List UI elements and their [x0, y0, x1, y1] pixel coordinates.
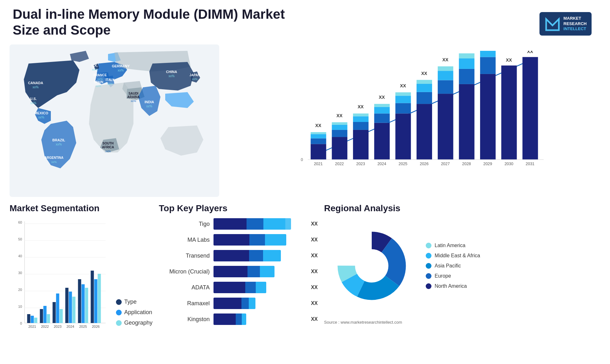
svg-text:2023: 2023 — [356, 162, 365, 166]
app-label: Application — [124, 309, 152, 316]
key-players-title: Top Key Players — [159, 203, 318, 213]
svg-rect-70 — [438, 66, 453, 71]
player-name-adata: ADATA — [159, 284, 210, 291]
svg-text:XX: XX — [400, 83, 406, 88]
svg-text:MEXICO: MEXICO — [34, 111, 48, 115]
legend-europe: Europe — [426, 273, 480, 279]
svg-text:60: 60 — [18, 220, 22, 224]
svg-text:2026: 2026 — [92, 325, 99, 328]
player-row-micron: Micron (Crucial) XX — [159, 266, 318, 277]
svg-rect-121 — [65, 288, 68, 323]
svg-text:xx%: xx% — [118, 69, 124, 72]
seg-legend: Type Application Geography — [116, 299, 152, 339]
svg-text:50: 50 — [18, 237, 22, 241]
player-bar-tigo — [214, 218, 305, 230]
svg-rect-42 — [332, 137, 347, 159]
regional-analysis: Regional Analysis — [324, 203, 600, 364]
svg-text:GERMANY: GERMANY — [112, 64, 130, 68]
svg-rect-116 — [43, 306, 46, 323]
svg-rect-67 — [438, 94, 453, 159]
svg-rect-126 — [85, 288, 88, 323]
svg-text:xx%: xx% — [51, 160, 57, 164]
player-bar-micron — [214, 266, 305, 277]
svg-text:XX: XX — [421, 71, 427, 76]
svg-rect-73 — [459, 69, 474, 84]
svg-rect-44 — [332, 125, 347, 130]
svg-rect-47 — [353, 130, 369, 159]
logo: MARKET RESEARCH INTELLECT — [534, 6, 597, 41]
legend-application: Application — [116, 309, 152, 316]
legend-mea: Middle East & Africa — [426, 253, 480, 259]
mea-label: Middle East & Africa — [435, 253, 480, 259]
svg-rect-125 — [81, 284, 85, 323]
svg-text:CANADA: CANADA — [28, 81, 43, 85]
svg-point-141 — [355, 249, 388, 282]
europe-label: Europe — [435, 273, 451, 279]
svg-rect-62 — [417, 104, 432, 159]
player-xx-transend: XX — [311, 253, 318, 259]
svg-text:BRAZIL: BRAZIL — [52, 138, 65, 142]
svg-text:xx%: xx% — [96, 84, 101, 88]
svg-rect-54 — [374, 107, 390, 113]
market-segmentation: Market Segmentation 0 10 20 30 40 — [10, 203, 152, 364]
header: Dual in-line Memory Module (DIMM) Market… — [0, 0, 610, 44]
player-xx-tigo: XX — [311, 221, 318, 227]
svg-text:2029: 2029 — [483, 162, 492, 166]
map-svg: CANADA xx% U.S. xx% MEXICO xx% BRAZIL xx… — [10, 44, 219, 197]
svg-text:2023: 2023 — [54, 325, 61, 328]
svg-text:xx%: xx% — [30, 101, 37, 105]
svg-text:XX: XX — [442, 57, 448, 62]
svg-text:2022: 2022 — [335, 162, 344, 166]
svg-text:ARGENTINA: ARGENTINA — [44, 156, 63, 159]
legend-geography: Geography — [116, 320, 152, 326]
svg-rect-53 — [374, 113, 390, 123]
svg-text:2025: 2025 — [79, 325, 87, 328]
svg-text:2027: 2027 — [441, 162, 450, 166]
north-america-label: North America — [435, 283, 467, 289]
svg-text:xx%: xx% — [146, 104, 152, 108]
svg-text:0: 0 — [301, 158, 303, 162]
player-xx-micron: XX — [311, 269, 318, 274]
europe-dot — [426, 273, 431, 279]
svg-rect-63 — [417, 92, 432, 104]
player-bar-malabs — [214, 234, 305, 246]
svg-rect-58 — [395, 103, 411, 113]
svg-rect-52 — [374, 123, 390, 160]
bottom-section: Market Segmentation 0 10 20 30 40 — [10, 200, 600, 364]
svg-rect-117 — [47, 314, 50, 323]
svg-rect-43 — [332, 130, 347, 137]
svg-text:2030: 2030 — [505, 162, 513, 166]
svg-rect-50 — [353, 113, 369, 116]
svg-text:XX: XX — [464, 51, 470, 52]
svg-text:SAUDI: SAUDI — [128, 92, 138, 95]
latin-america-label: Latin America — [435, 243, 465, 248]
page-title: Dual in-line Memory Module (DIMM) Market… — [13, 6, 299, 38]
svg-rect-124 — [78, 279, 81, 323]
svg-text:2024: 2024 — [377, 162, 386, 166]
svg-text:xx%: xx% — [107, 82, 112, 85]
svg-rect-122 — [69, 292, 72, 323]
svg-text:2021: 2021 — [28, 325, 36, 328]
source: Source : www.marketresearchintellect.com — [324, 320, 600, 325]
svg-text:2021: 2021 — [314, 162, 323, 166]
svg-rect-38 — [311, 138, 326, 144]
svg-rect-37 — [311, 144, 326, 159]
player-bar-ramaxel — [214, 298, 305, 309]
top-section: CANADA xx% U.S. xx% MEXICO xx% BRAZIL xx… — [10, 44, 600, 197]
player-name-micron: Micron (Crucial) — [159, 268, 210, 275]
player-name-transend: Transend — [159, 253, 210, 259]
svg-text:xx%: xx% — [192, 78, 197, 81]
svg-text:XX: XX — [527, 51, 533, 54]
svg-text:2031: 2031 — [526, 162, 535, 166]
svg-text:xx%: xx% — [56, 143, 62, 146]
svg-text:xx%: xx% — [169, 74, 175, 78]
svg-rect-69 — [438, 71, 453, 80]
latin-america-dot — [426, 243, 431, 248]
svg-rect-68 — [438, 80, 453, 94]
svg-rect-64 — [417, 84, 432, 92]
regional-legend: Latin America Middle East & Africa Asia … — [426, 243, 480, 289]
svg-rect-55 — [374, 104, 390, 107]
north-america-dot — [426, 283, 431, 289]
svg-text:SOUTH: SOUTH — [103, 142, 114, 145]
mea-dot — [426, 253, 431, 259]
